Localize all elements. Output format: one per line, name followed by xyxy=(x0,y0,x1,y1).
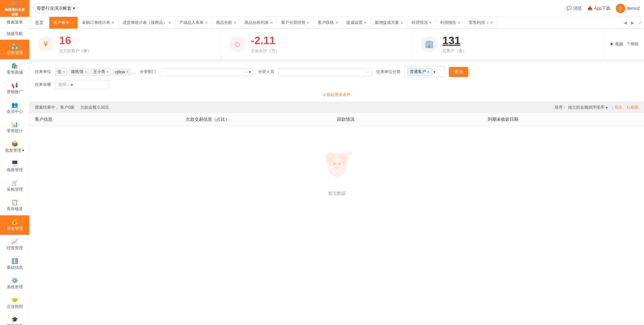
filter-tag-2: 陈民强 ✕ xyxy=(69,68,89,76)
tab-customer-account[interactable]: 客户账本 ✕ xyxy=(49,17,78,29)
sidebar-item-member[interactable]: 👥 会员中心 xyxy=(0,98,29,118)
filter-tag-1: 伍 ✕ xyxy=(55,68,68,76)
sidebar: 🛒 畅捷通好生意 标版 搜索菜单 快捷导航 🏪 零售管理 🛍️ 零售商城 📢 营… xyxy=(0,0,30,325)
tab-product-analysis-list[interactable]: 商品分析列表 ✕ xyxy=(241,17,277,29)
tab-product-inbound[interactable]: 产成品入库单 ✕ xyxy=(175,17,212,29)
video-icon: ▶ xyxy=(610,42,614,46)
tab-new-achievement[interactable]: 新增提成方案 ✕ xyxy=(371,17,407,29)
stat-icon-total: 🏢 xyxy=(421,36,437,52)
filter-row-1: 往来单位 伍 ✕ 陈民强 ✕ 王小亮 ✕ cjttcw xyxy=(35,66,639,77)
tab-prev-btn[interactable]: ◀ xyxy=(621,20,629,25)
sidebar-item-marketing[interactable]: 📢 营销推广 xyxy=(0,79,29,98)
search-label-text: 搜索结果中， xyxy=(35,105,59,110)
filter-dept-more[interactable]: ··· xyxy=(244,70,248,74)
marketing-icon: 📢 xyxy=(11,82,18,88)
tab-inbound-stats-close[interactable]: ✕ xyxy=(168,21,171,25)
sidebar-item-finance[interactable]: 💰 资金管理 xyxy=(0,215,29,235)
tab-operations-status[interactable]: 经营情况 ✕ xyxy=(407,17,436,29)
filter-tag-1-remove[interactable]: ✕ xyxy=(62,70,65,74)
filter-tag-4-remove[interactable]: ✕ xyxy=(126,70,129,74)
sidebar-item-retail-mgmt[interactable]: 🏪 零售管理 xyxy=(0,40,29,59)
collapse-btn[interactable]: ∧ 收起更多条件 xyxy=(323,92,351,98)
col-header-transaction: 欠款交易信息（占比） xyxy=(186,116,337,122)
query-button[interactable]: 查询 xyxy=(449,67,468,77)
sidebar-item-sys-mgmt[interactable]: ⚙️ 系统管理 xyxy=(0,274,29,293)
sort-value: 按欠款金额倒序排序 xyxy=(568,105,604,110)
sidebar-item-label-retail-stats: 零售统计 xyxy=(7,128,23,134)
filter-select-dept[interactable]: ··· ▾ xyxy=(160,68,254,76)
sidebar-item-retail-stats[interactable]: 📊 零售统计 xyxy=(0,118,29,137)
tab-customer-segment-close[interactable]: ✕ xyxy=(307,21,309,25)
tab-purchase-order-close[interactable]: ✕ xyxy=(112,21,114,25)
filter-person-more[interactable]: ··· xyxy=(366,70,369,74)
collapse-arrow-icon: ∧ xyxy=(323,93,326,97)
tab-inbound-stats[interactable]: 进货单统计表（按商品） ✕ xyxy=(119,17,175,29)
tab-operations-status-close[interactable]: ✕ xyxy=(429,21,432,25)
sidebar-item-newbie[interactable]: 🎓 新手引导 xyxy=(0,313,29,325)
sidebar-item-corp-coop[interactable]: 🤝 企业协同 xyxy=(0,293,29,313)
stat-value-total[interactable]: 131 xyxy=(442,34,467,47)
sidebar-item-purchase[interactable]: 🛒 采购管理 xyxy=(0,176,29,196)
tab-customer-account-close[interactable]: ✕ xyxy=(71,21,74,25)
help-btn[interactable]: ? 帮助 xyxy=(627,41,639,47)
stat-label-amount: 欠款合计（万） xyxy=(251,48,279,54)
sort-arrow-icon: ▾ xyxy=(606,105,608,110)
tab-prompt-settings[interactable]: 提成设置 ✕ xyxy=(342,17,371,29)
tab-product-analysis[interactable]: 商品分析 ✕ xyxy=(212,17,241,29)
video-btn[interactable]: ▶ 视频 xyxy=(610,41,623,47)
svg-point-6 xyxy=(349,151,352,155)
sidebar-item-operations[interactable]: 📈 经营管理 xyxy=(0,235,29,254)
filter-tag-3-text: 王小亮 xyxy=(93,69,105,75)
tab-prompt-settings-close[interactable]: ✕ xyxy=(364,21,367,25)
sidebar-item-retail-mall[interactable]: 🛍️ 零售商城 xyxy=(0,59,29,79)
tab-new-achievement-close[interactable]: ✕ xyxy=(400,21,403,25)
tab-home[interactable]: 首页 xyxy=(30,17,49,29)
finance-icon: 💰 xyxy=(11,219,18,225)
sidebar-item-wholesale[interactable]: 📦 批发管理 ▾ xyxy=(0,137,29,157)
tab-customer-contact-close[interactable]: ✕ xyxy=(335,21,338,25)
sidebar-item-inventory[interactable]: 📋 库存核算 xyxy=(0,196,29,215)
purchase-icon: 🛒 xyxy=(11,180,18,186)
tab-product-analysis-close[interactable]: ✕ xyxy=(233,21,236,25)
export-label: 导出 xyxy=(614,105,622,110)
account-selector[interactable]: 母婴行业演示帐套 ▾ xyxy=(34,4,78,13)
refresh-btn[interactable]: ↻ 刷新 xyxy=(627,105,639,110)
filter-select-unit-class[interactable]: 普通客户 ✕ ▾ xyxy=(404,66,445,77)
export-btn[interactable]: ↑ 导出 xyxy=(612,105,622,110)
app-download-btn[interactable]: 📥 App下载 xyxy=(587,5,610,11)
sort-select[interactable]: 排序： 按欠款金额倒序排序 ▾ xyxy=(555,105,608,110)
filter-tag-3-remove[interactable]: ✕ xyxy=(106,70,109,74)
tab-product-analysis-list-close[interactable]: ✕ xyxy=(270,21,273,25)
tab-customer-segment[interactable]: 客户分层经营 ✕ xyxy=(277,17,314,29)
filter-label-unit: 往来单位 xyxy=(35,69,51,75)
col-header-date: 到期未收款日期 xyxy=(488,116,639,122)
tab-profit-report-close[interactable]: ✕ xyxy=(458,21,460,25)
retail-mgmt-icon: 🏪 xyxy=(11,43,18,49)
tab-next-btn[interactable]: ▶ xyxy=(629,20,636,25)
tab-retail-profit-close[interactable]: ✕ xyxy=(490,21,493,25)
filter-tag-2-remove[interactable]: ✕ xyxy=(84,70,87,74)
tab-profit-report[interactable]: 利润报告 ✕ xyxy=(436,17,465,29)
tab-purchase-order[interactable]: 采购订单统计表 ✕ xyxy=(78,17,119,29)
tab-expand-btn[interactable]: ⤢ xyxy=(636,20,644,25)
filter-unit-class-remove[interactable]: ✕ xyxy=(427,70,430,74)
retail-mall-icon: 🛍️ xyxy=(11,63,18,69)
tab-customer-contact[interactable]: 客户联络 ✕ xyxy=(314,17,342,29)
quick-nav[interactable]: 快捷导航 xyxy=(0,28,29,40)
filter-more-btn[interactable]: ... xyxy=(132,70,136,74)
filter-select-person[interactable]: ··· xyxy=(278,68,372,76)
tab-retail-profit[interactable]: 零售利润（ ✕ xyxy=(465,17,497,29)
user-profile[interactable]: D demo2 xyxy=(616,4,640,13)
sidebar-item-label-basic-info: 基础信息 xyxy=(7,265,23,270)
message-btn[interactable]: 💬 消息 xyxy=(566,5,582,11)
stat-card-total: 🏢 131 总客户（家） xyxy=(413,29,605,59)
tab-new-achievement-label: 新增提成方案 xyxy=(375,20,399,26)
sidebar-item-basic-info[interactable]: ℹ️ 基础信息 xyxy=(0,254,29,274)
stat-value-customers: 16 xyxy=(59,34,91,47)
search-menu[interactable]: 搜索菜单 xyxy=(0,17,29,28)
sidebar-item-label-inventory: 库存核算 xyxy=(7,206,23,212)
filter-select-balance[interactable]: 选择... ▾ xyxy=(55,80,109,89)
sidebar-item-ecommerce[interactable]: 🖥️ 电商管理 xyxy=(0,157,29,176)
tab-product-inbound-close[interactable]: ✕ xyxy=(205,21,208,25)
filter-tag-1-text: 伍 xyxy=(57,69,61,75)
